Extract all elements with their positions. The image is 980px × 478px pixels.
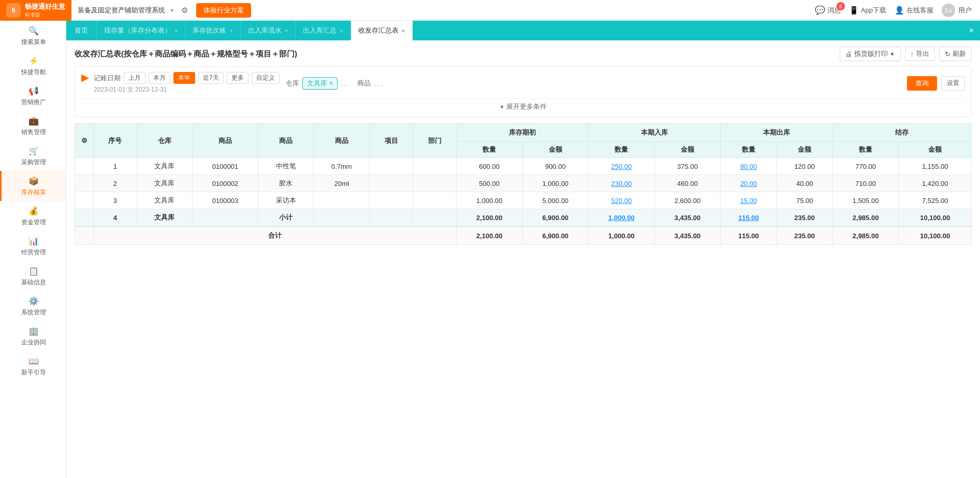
- sidebar-label-system: 系统管理: [21, 308, 46, 317]
- tab-batch-label: 库存批次账: [193, 26, 226, 35]
- row-opening-amount: 5,000.00: [522, 192, 589, 209]
- sidebar-item-purchase[interactable]: 🛒 采购管理: [0, 141, 66, 171]
- tab-receive-send[interactable]: 收发存汇总表 ×: [351, 21, 413, 40]
- logo-text: 畅捷通好生意 标准版: [25, 2, 65, 19]
- row-product-spec: 20ml: [314, 175, 370, 192]
- filter-collapse-arrow[interactable]: ▶: [81, 73, 89, 82]
- col-project-header: 项目: [370, 124, 413, 158]
- sidebar-item-system[interactable]: ⚙️ 系统管理: [0, 291, 66, 321]
- sidebar-label-marketing: 营销推广: [21, 98, 46, 107]
- row-product-name: 胶水: [258, 175, 314, 192]
- sidebar-item-operations[interactable]: 📊 经营管理: [0, 231, 66, 261]
- row-in-qty[interactable]: 230.00: [589, 175, 655, 192]
- settings-gear-icon[interactable]: ⚙: [181, 6, 188, 15]
- row-out-qty[interactable]: 20.00: [721, 175, 777, 192]
- tab-summary-label: 出入库汇总: [303, 26, 337, 35]
- warehouse-filter-dots[interactable]: ...: [341, 79, 350, 88]
- goods-filter-dots[interactable]: ...: [374, 79, 384, 88]
- total-closing-amount: 10,100.00: [899, 226, 972, 245]
- col-closing-qty: 数量: [832, 142, 899, 158]
- sidebar-item-inventory[interactable]: 📦 库存核算: [0, 171, 66, 201]
- sidebar-item-marketing[interactable]: 📢 营销推广: [0, 81, 66, 111]
- date-btn-custom[interactable]: 自定义: [252, 72, 280, 84]
- row-in-qty[interactable]: 520.00: [589, 192, 655, 209]
- row-project: [370, 175, 413, 192]
- refresh-button[interactable]: ↻ 刷新: [939, 47, 972, 61]
- message-badge: 6: [837, 2, 845, 10]
- trial-button[interactable]: 体验行业方案: [196, 3, 251, 18]
- sidebar-item-quicknav[interactable]: ⚡ 快捷导航: [0, 51, 66, 81]
- date-btn-this-year[interactable]: 本年: [173, 72, 195, 84]
- row-out-amount: 235.00: [777, 209, 832, 227]
- sidebar-item-cooperation[interactable]: 🏢 企业协同: [0, 321, 66, 351]
- row-opening-qty: 1,000.00: [456, 192, 522, 209]
- sidebar-label-quicknav: 快捷导航: [21, 68, 46, 77]
- app-download-button[interactable]: 📱 App下载: [849, 6, 886, 15]
- tab-flow-close[interactable]: ×: [285, 27, 288, 34]
- row-product-spec: [314, 192, 370, 209]
- setting-button[interactable]: 设置: [941, 76, 965, 91]
- tab-batch[interactable]: 库存批次账 ×: [185, 21, 240, 40]
- total-row: 合计 2,100.00 6,900.00 1,000.00 3,435.00 1…: [75, 226, 972, 245]
- row-seq: 3: [94, 192, 137, 209]
- date-btn-more[interactable]: 更多: [227, 72, 248, 84]
- row-out-qty[interactable]: 115.00: [721, 209, 777, 227]
- tab-batch-close[interactable]: ×: [229, 27, 232, 34]
- row-in-amount: 375.00: [654, 158, 721, 175]
- col-in-header: 本期入库: [589, 124, 721, 142]
- row-warehouse: 文具库: [137, 175, 192, 192]
- row-out-qty[interactable]: 80.00: [721, 158, 777, 175]
- sidebar-item-sales[interactable]: 💼 销售管理: [0, 111, 66, 141]
- tab-summary-close[interactable]: ×: [340, 27, 343, 34]
- tab-receive-send-close[interactable]: ×: [402, 27, 405, 34]
- export-button[interactable]: ↑ 导出: [905, 47, 935, 61]
- tab-home[interactable]: 首页: [66, 21, 97, 40]
- warehouse-tag[interactable]: 文具库 ×: [302, 77, 338, 90]
- table-row: 3 文具库 0100003 采访本 1,000.00 5,000.00 520.…: [75, 192, 972, 209]
- tab-summary[interactable]: 出入库汇总 ×: [296, 21, 350, 40]
- online-service-label: 在线客服: [906, 6, 933, 15]
- tab-inventory-distribution[interactable]: 现存量（库存分布表） ×: [97, 21, 185, 40]
- logo-area: 6 畅捷通好生意 标准版: [0, 0, 71, 21]
- user-area[interactable]: Ea 用户: [942, 4, 972, 17]
- message-icon: 💬: [815, 5, 825, 15]
- col-department-header: 部门: [413, 124, 457, 158]
- date-btn-7days[interactable]: 近7天: [198, 72, 224, 84]
- row-product-name: 小计: [258, 209, 314, 227]
- print-button[interactable]: 🖨 拣货版打印 ▼: [840, 47, 901, 61]
- warehouse-tag-remove[interactable]: ×: [329, 79, 333, 87]
- sidebar-item-guide[interactable]: 📖 新手引导: [0, 351, 66, 381]
- col-settings-header[interactable]: ⚙: [75, 124, 94, 158]
- tab-flow[interactable]: 出入库流水 ×: [241, 21, 296, 40]
- user-avatar: Ea: [942, 4, 955, 17]
- print-label: 拣货版打印: [854, 49, 888, 59]
- sidebar-item-basicinfo[interactable]: 📋 基础信息: [0, 261, 66, 291]
- tab-inventory-distribution-close[interactable]: ×: [174, 27, 178, 34]
- message-button[interactable]: 💬 消息 6: [815, 5, 841, 15]
- tab-close-all[interactable]: ×: [963, 26, 980, 35]
- date-btn-this-month[interactable]: 本月: [149, 72, 170, 84]
- row-project: [370, 158, 413, 175]
- row-warehouse: 文具库: [137, 192, 192, 209]
- row-settings-cell: [75, 192, 94, 209]
- row-opening-amount: 6,900.00: [522, 209, 589, 227]
- print-icon: 🖨: [845, 50, 852, 58]
- sidebar-label-finance: 资金管理: [21, 218, 46, 227]
- sidebar-item-finance[interactable]: 💰 资金管理: [0, 201, 66, 231]
- purchase-icon: 🛒: [28, 146, 39, 156]
- row-in-qty[interactable]: 250.00: [589, 158, 655, 175]
- sidebar-item-search[interactable]: 🔍 搜索菜单: [0, 21, 66, 51]
- query-button[interactable]: 查询: [907, 76, 937, 91]
- row-out-qty[interactable]: 15.00: [721, 192, 777, 209]
- system-icon: ⚙️: [28, 296, 39, 306]
- expand-more-conditions[interactable]: ▼ 展开更多条件: [81, 98, 965, 111]
- guide-icon: 📖: [28, 356, 39, 366]
- row-in-qty[interactable]: 1,000.00: [589, 209, 655, 227]
- date-btn-last-month[interactable]: 上月: [124, 72, 145, 84]
- sidebar-label-sales: 销售管理: [21, 128, 46, 137]
- table-settings-icon[interactable]: ⚙: [81, 137, 87, 144]
- row-warehouse: 文具库: [137, 209, 192, 227]
- online-service-button[interactable]: 👤 在线客服: [895, 6, 933, 15]
- row-opening-qty: 600.00: [456, 158, 522, 175]
- col-product-spec-header: 商品: [314, 124, 370, 158]
